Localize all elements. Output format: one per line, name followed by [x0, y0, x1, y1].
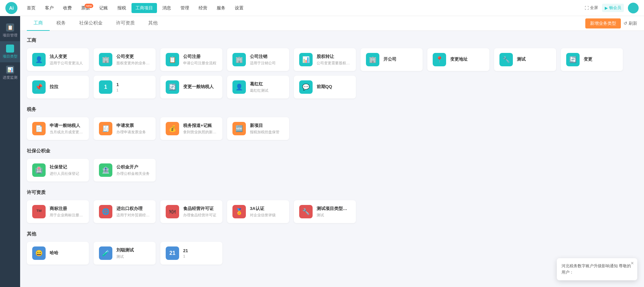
card-desc-shipin: 办理食品经营许可证	[183, 213, 217, 218]
card-icon-shangbiao: ™	[32, 205, 46, 218]
card-icon-liucong: 🧪	[99, 246, 112, 260]
progress-icon: 📊	[6, 66, 14, 74]
card-title-dizhi: 变更地址	[450, 56, 484, 62]
card-ceshi-xiangmu[interactable]: 🔧 测试项目类型目定义 测试	[294, 200, 356, 223]
project-type-icon: 🏷	[6, 45, 14, 53]
tab-shebao[interactable]: 社保公积金	[72, 16, 109, 31]
card-gehonghong[interactable]: 👤 葛红红 葛红红测试	[227, 76, 289, 98]
card-title-biangeng: 变更	[584, 56, 618, 62]
card-lala[interactable]: 📌 拉拉	[27, 76, 89, 98]
card-title-gongjijin: 公积金开户	[116, 164, 150, 170]
card-title-liucong: 刘聪测试	[116, 247, 150, 253]
card-icon-lala: 📌	[32, 80, 46, 94]
card-title-qq: 前期QQ	[317, 84, 351, 90]
card-title-gongsi-zc: 公司注册	[183, 54, 217, 60]
card-desc-one: 1	[116, 88, 150, 92]
card-jinchkou-quanban[interactable]: 🌐 进出口权办理 适用于对外贸易经营者	[94, 200, 156, 223]
card-shenqing-fapiao[interactable]: 🧾 申请发票 办理申请发票业务	[94, 117, 156, 140]
sidebar-item-project-mgmt[interactable]: 📋 项目管理	[0, 20, 20, 41]
card-guquan-zhuanrang[interactable]: 📊 股权转让 公司变更需要股权转让	[294, 48, 356, 71]
card-xin-xiangmu[interactable]: 🆕 新项目 报税加税控盘保管	[227, 117, 289, 140]
section-title-shebao: 社保公积金	[27, 148, 637, 154]
card-haha[interactable]: 😄 哈哈	[27, 242, 89, 265]
new-type-button[interactable]: 新增业务类型	[585, 18, 621, 28]
card-desc-gongsi-zx: 适用于注销公司	[250, 61, 284, 66]
card-title-gehonghong: 葛红红	[250, 81, 284, 87]
tab-other[interactable]: 其他	[142, 16, 164, 31]
nav-item-ops[interactable]: 经营	[195, 3, 211, 13]
project-mgmt-icon: 📋	[6, 23, 14, 31]
card-title-one: 1	[116, 82, 150, 87]
sidebar: 📋 项目管理 🏷 项目类型 📊 进度监测	[0, 16, 20, 287]
card-ceshi[interactable]: 🔧 测试	[494, 48, 556, 71]
notification-popup: ✕ 河北税务数字账户升级影响通知 尊敬的用户：	[557, 258, 637, 280]
section-xuke: 许可资质 ™ 商标注册 用于企业商标注册服务 🌐 进出口权办理 适用于对外贸易经…	[27, 190, 637, 223]
cards-grid-shuiwu: 📄 申请一般纳税人 当月或次月成变更完成 🧾 申请发票 办理申请发票业务 💰	[27, 117, 637, 140]
card-gongsi-zhuxiao[interactable]: 🏢 公司注销 适用于注销公司	[227, 48, 289, 71]
card-shuiwu-baodao[interactable]: 💰 税务报道+记账 拿到营业执照的新公司	[160, 117, 222, 140]
card-gongjijin-kaihu[interactable]: 🏦 公积金开户 办理公积金相关业务	[94, 159, 156, 182]
card-icon-dizhi: 📍	[433, 53, 446, 66]
card-title-3a: 3A认证	[250, 206, 284, 212]
card-biangeng-nashui[interactable]: 🔄 变更一般纳税人	[160, 76, 222, 98]
tab-actions: 新增业务类型 ↺ 刷新	[585, 18, 637, 28]
card-shenqing-nashui[interactable]: 📄 申请一般纳税人 当月或次月成变更完成	[27, 117, 89, 140]
card-title-shenqing-nashui: 申请一般纳税人	[50, 123, 84, 129]
nav-item-bizproject[interactable]: 工商项目	[131, 3, 157, 13]
fullscreen-btn[interactable]: ⛶ 全屏	[585, 5, 598, 11]
cards-grid-other: 😄 哈哈 🧪 刘聪测试 测试 21 21	[27, 242, 637, 265]
card-one[interactable]: 1 1 1	[94, 76, 156, 98]
section-other: 其他 😄 哈哈 🧪 刘聪测试 测试 21	[27, 231, 637, 265]
card-desc-shangbiao: 用于企业商标注册服务	[50, 213, 84, 218]
card-icon-shenqing-nashui: 📄	[32, 122, 46, 135]
nav-item-service[interactable]: 服务	[213, 3, 229, 13]
nav-item-msg[interactable]: 消息	[158, 3, 175, 13]
tab-gongshang[interactable]: 工商	[27, 16, 50, 31]
top-nav: Ai 首页 客户 收费 票据 new 记账 报税 工商项目 消息 管理 经营 服…	[0, 0, 644, 16]
nav-item-bookkeeping[interactable]: 记账	[95, 3, 112, 13]
avatar[interactable]	[628, 3, 639, 13]
card-icon-ceshi-xm: 🔧	[299, 205, 313, 218]
logo: Ai	[5, 2, 17, 14]
card-shipin-xuke[interactable]: 🍽 食品经营许可证 办理食品经营许可证	[160, 200, 222, 223]
card-icon-nashui: 🔄	[166, 80, 179, 94]
card-title-ceshi: 测试	[517, 56, 551, 62]
card-biangeng[interactable]: 🔄 变更	[561, 48, 623, 71]
card-shebao-dengji[interactable]: 🏥 社保登记 进行人员社保登记	[27, 159, 89, 182]
nav-item-home[interactable]: 首页	[23, 3, 40, 13]
card-title-jinchkou: 进出口权办理	[116, 206, 150, 212]
card-twentyone[interactable]: 21 21 1	[160, 242, 222, 265]
nav-item-fee[interactable]: 收费	[59, 3, 76, 13]
nav-item-customer[interactable]: 客户	[41, 3, 58, 13]
card-kai-gongsi[interactable]: 🏢 开公司	[361, 48, 423, 71]
card-desc-gongsi-zc: 申请公司注册全流程	[183, 61, 217, 66]
member-btn[interactable]: ▶ 畅会员	[602, 4, 624, 12]
card-faren-biangeng[interactable]: 👤 法人变更 适用于公司变更法人	[27, 48, 89, 71]
card-title-ceshi-xm: 测试项目类型目定义	[317, 206, 351, 212]
card-title-baodao: 税务报道+记账	[183, 123, 217, 129]
nav-item-manage[interactable]: 管理	[176, 3, 193, 13]
card-desc-gehonghong: 葛红红测试	[250, 88, 284, 93]
notification-close-btn[interactable]: ✕	[631, 261, 634, 266]
sidebar-item-progress[interactable]: 📊 进度监测	[0, 62, 20, 83]
card-liucong-test[interactable]: 🧪 刘聪测试 测试	[94, 242, 156, 265]
card-gongsi-zhuce[interactable]: 📋 公司注册 申请公司注册全流程	[160, 48, 222, 71]
card-biangeng-dizhi[interactable]: 📍 变更地址	[427, 48, 489, 71]
card-qianqi-qq[interactable]: 💬 前期QQ	[294, 76, 356, 98]
sidebar-item-project-type[interactable]: 🏷 项目类型	[0, 41, 20, 62]
card-gongsi-biangeng[interactable]: 🏢 公司变更 股权变更外的业务变更	[94, 48, 156, 71]
card-3a-renzheng[interactable]: 🏅 3A认证 对企业信誉评级	[227, 200, 289, 223]
nav-item-ticket[interactable]: 票据 new	[77, 3, 94, 13]
refresh-button[interactable]: ↺ 刷新	[624, 20, 637, 26]
card-icon-gongsi-bg: 🏢	[99, 53, 112, 66]
card-desc-guquan: 公司变更需要股权转让	[317, 61, 351, 66]
nav-item-settings[interactable]: 设置	[231, 3, 248, 13]
tab-shuiwu[interactable]: 税务	[50, 16, 72, 31]
card-desc-baodao: 拿到营业执照的新公司	[183, 130, 217, 135]
nav-item-tax[interactable]: 报税	[113, 3, 130, 13]
nav-right: ⛶ 全屏 ▶ 畅会员	[585, 3, 639, 13]
card-shangbiao-zhuce[interactable]: ™ 商标注册 用于企业商标注册服务	[27, 200, 89, 223]
card-icon-xin: 🆕	[232, 122, 246, 135]
card-icon-shebao: 🏥	[32, 163, 46, 177]
tab-xuke[interactable]: 许可资质	[109, 16, 142, 31]
